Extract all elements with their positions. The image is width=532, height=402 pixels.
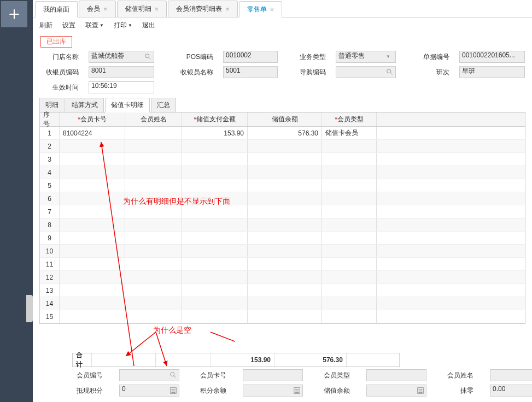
table-row[interactable]: 3 — [40, 153, 525, 166]
table-row[interactable]: 7 — [40, 205, 525, 218]
table-row[interactable]: 13 — [40, 284, 525, 297]
member-name-label: 会员姓名 — [443, 371, 473, 380]
table-row[interactable]: 9 — [40, 232, 525, 245]
col-pay-header: *储值支付金额 — [182, 113, 248, 126]
print-button[interactable]: 打印▼ — [114, 21, 132, 30]
stored-balance-label: 储值余额 — [319, 386, 350, 395]
table-row[interactable]: 10 — [40, 245, 525, 258]
close-icon[interactable]: × — [103, 5, 108, 13]
caret-down-icon: ▼ — [386, 54, 394, 62]
sub-tab-stored-card[interactable]: 储值卡明细 — [105, 98, 150, 113]
search-icon — [144, 53, 152, 61]
table-row[interactable]: 11 — [40, 258, 525, 271]
guide-code-field[interactable] — [336, 66, 396, 78]
effect-time-label: 生效时间 — [39, 83, 79, 92]
tab-retail-order[interactable]: 零售单× — [239, 1, 283, 17]
close-icon[interactable]: × — [225, 5, 230, 13]
summary-row: 合计 153.90 576.30 — [72, 353, 400, 367]
tab-label: 会员消费明细表 — [176, 4, 222, 14]
caret-down-icon: ▼ — [128, 23, 132, 28]
svg-point-0 — [145, 54, 149, 58]
col-card-header: *会员卡号 — [60, 113, 125, 126]
tab-member[interactable]: 会员× — [79, 1, 116, 17]
tab-stored-detail[interactable]: 储值明细× — [117, 1, 167, 17]
table-row[interactable]: 6 — [40, 192, 525, 205]
cashier-name-label: 收银员名称 — [164, 68, 213, 77]
link-button[interactable]: 联查▼ — [85, 21, 104, 30]
table-row[interactable]: 8 — [40, 218, 525, 232]
status-badge: 已出库 — [40, 36, 72, 48]
table-row[interactable]: 181004224153.90576.30储值卡会员 — [40, 127, 525, 140]
table-row[interactable]: 5 — [40, 179, 525, 192]
close-icon[interactable]: × — [155, 5, 159, 13]
toolbar: 刷新 设置 联查▼ 打印▼ 退出 — [33, 17, 532, 33]
store-field[interactable]: 盐城优舶荟 — [89, 51, 154, 63]
calculator-icon — [293, 387, 301, 394]
deduct-points-field[interactable]: 0 — [119, 385, 179, 397]
stored-card-table: 序号 *会员卡号 会员姓名 *储值支付金额 储值余额 *会员类型 1810042… — [39, 113, 525, 324]
stored-balance-field[interactable] — [366, 385, 426, 397]
table-row[interactable]: 2 — [40, 140, 525, 153]
cashier-name-field[interactable]: 5001 — [223, 66, 278, 78]
col-balance-header: 储值余额 — [248, 113, 322, 126]
member-name-field[interactable] — [490, 369, 532, 381]
shift-field[interactable]: 早班 — [459, 66, 525, 78]
pos-label: POS编码 — [164, 52, 213, 62]
annotation-2: 为什么是空 — [153, 326, 191, 335]
member-type-field[interactable] — [366, 369, 426, 381]
shift-label: 班次 — [406, 68, 449, 77]
store-label: 门店名称 — [39, 52, 79, 62]
new-button[interactable] — [1, 1, 27, 27]
effect-time-field[interactable]: 10:56:19 — [89, 81, 154, 93]
member-type-label: 会员类型 — [319, 371, 350, 380]
cashier-code-label: 收银员编码 — [39, 68, 79, 77]
discount-field[interactable]: 0.00 — [490, 385, 532, 397]
tab-desktop[interactable]: 我的桌面 — [35, 1, 78, 17]
guide-code-label: 导购编码 — [288, 68, 326, 77]
biz-type-field[interactable]: 普通零售▼ — [336, 51, 396, 63]
table-row[interactable]: 15 — [40, 310, 525, 323]
col-type-header: *会员类型 — [322, 113, 377, 126]
sub-tab-settle[interactable]: 结算方式 — [66, 98, 104, 112]
member-card-field[interactable] — [243, 369, 303, 381]
tab-label: 储值明细 — [125, 4, 151, 14]
cashier-code-field[interactable]: 8001 — [89, 66, 154, 78]
tab-consume-detail[interactable]: 会员消费明细表× — [168, 1, 238, 17]
tab-label: 会员 — [87, 4, 100, 14]
calculator-icon — [169, 387, 177, 394]
search-icon — [386, 68, 394, 76]
close-icon[interactable]: × — [270, 5, 274, 14]
svg-point-2 — [171, 373, 174, 376]
tab-label: 我的桌面 — [43, 5, 69, 14]
exit-button[interactable]: 退出 — [142, 21, 155, 30]
tab-label: 零售单 — [247, 5, 267, 14]
col-num-header: 序号 — [40, 113, 60, 126]
table-row[interactable]: 14 — [40, 297, 525, 310]
sidebar-collapse-handle[interactable] — [26, 295, 33, 322]
tabs-bar: 我的桌面 会员× 储值明细× 会员消费明细表× 零售单× — [33, 0, 532, 17]
table-row[interactable]: 4 — [40, 166, 525, 179]
calculator-icon — [417, 387, 424, 394]
deduct-points-label: 抵现积分 — [72, 386, 103, 395]
caret-down-icon: ▼ — [100, 23, 104, 28]
member-code-label: 会员编号 — [72, 371, 103, 380]
order-no-field[interactable]: 0010002201605... — [459, 51, 525, 63]
points-balance-field[interactable] — [243, 385, 303, 397]
refresh-button[interactable]: 刷新 — [39, 21, 52, 30]
col-name-header: 会员姓名 — [125, 113, 182, 126]
sub-tab-summary[interactable]: 汇总 — [151, 98, 176, 112]
svg-point-1 — [387, 69, 391, 73]
biz-type-label: 业务类型 — [288, 52, 326, 62]
search-icon — [169, 371, 177, 379]
pos-field[interactable]: 0010002 — [223, 51, 278, 63]
settings-button[interactable]: 设置 — [62, 21, 75, 30]
member-code-field[interactable] — [119, 369, 179, 381]
order-no-label: 单据编号 — [406, 52, 449, 62]
member-card-label: 会员卡号 — [196, 371, 226, 380]
discount-label: 抹零 — [443, 386, 473, 395]
table-row[interactable]: 12 — [40, 271, 525, 284]
points-balance-label: 积分余额 — [196, 386, 226, 395]
